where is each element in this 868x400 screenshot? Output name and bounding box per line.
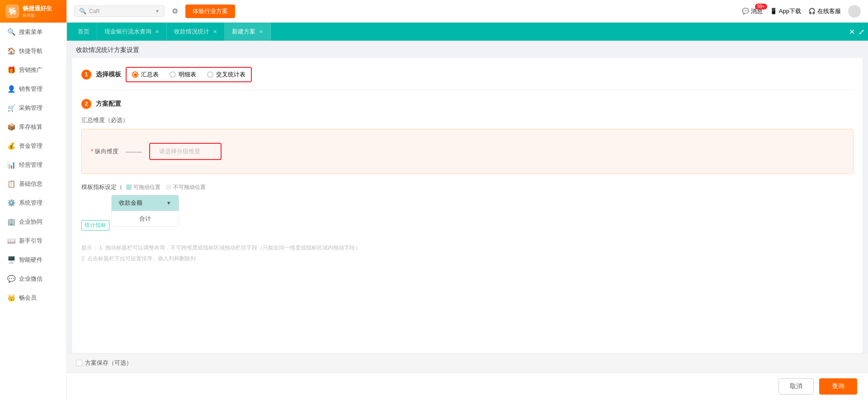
sidebar-item-purchase[interactable]: 🛒 采购管理	[0, 99, 66, 118]
radio-detail[interactable]: 明细表	[170, 71, 196, 79]
step2-header: 2 方案配置	[81, 99, 854, 109]
expand-window-icon[interactable]: ⤢	[859, 28, 864, 36]
sidebar-item-label: 营销推广	[19, 66, 42, 74]
cancel-button[interactable]: 取消	[778, 378, 814, 395]
radio-label-summary: 汇总表	[141, 71, 159, 79]
dimension-area: 纵向维度 —— 请选择分组维度	[81, 129, 854, 174]
sidebar-item-marketing[interactable]: 🎁 营销推广	[0, 61, 66, 80]
tab-bank-flow[interactable]: 现金银行流水查询 ✕	[97, 23, 167, 41]
message-item[interactable]: 💬 消息 99+	[742, 7, 763, 15]
tab-close-icon[interactable]: ✕	[213, 29, 217, 35]
finance-icon: 💰	[7, 142, 15, 150]
basic-info-icon: 📋	[7, 180, 15, 188]
search-menu-icon: 🔍	[7, 28, 15, 36]
metrics-header: 模板指标设定（ 可拖动位置 不可拖动位置	[81, 183, 854, 191]
search-input[interactable]	[89, 8, 152, 14]
sidebar-item-weixin[interactable]: 💬 企业微信	[0, 269, 66, 288]
radio-circle-detail	[170, 71, 176, 78]
save-checkbox[interactable]	[76, 360, 82, 366]
metrics-section: 模板指标设定（ 可拖动位置 不可拖动位置	[81, 183, 854, 233]
stats-indicator-label: 统计指标	[81, 220, 109, 231]
sidebar-item-newbie[interactable]: 📖 新手引导	[0, 231, 66, 250]
tab-close-icon[interactable]: ✕	[259, 29, 263, 35]
download-item[interactable]: 📱 App下载	[770, 7, 801, 15]
save-checkbox-item[interactable]: 方案保存（可选）	[76, 359, 132, 367]
sidebar-item-label: 销售管理	[19, 85, 42, 93]
service-item[interactable]: 🎧 在线客服	[808, 7, 841, 15]
search-icon: 🔍	[79, 8, 86, 14]
user-avatar[interactable]	[848, 5, 861, 18]
gear-icon[interactable]: ⚙	[172, 7, 178, 15]
sidebar-item-finance[interactable]: 💰 资金管理	[0, 136, 66, 155]
metrics-title-text: 模板指标设定（	[81, 184, 123, 190]
sidebar-item-member[interactable]: 👑 畅会员	[0, 288, 66, 307]
radio-summary[interactable]: 汇总表	[132, 71, 159, 79]
system-icon: ⚙️	[7, 199, 15, 207]
total-label: 合计	[139, 215, 151, 222]
tab-home[interactable]: 首页	[71, 23, 97, 41]
page-footer: 方案保存（可选）	[67, 353, 868, 372]
quick-nav-icon: 🏠	[7, 47, 15, 55]
sidebar-item-basic-info[interactable]: 📋 基础信息	[0, 174, 66, 193]
template-radio-group: 汇总表 明细表 交叉统计表	[126, 67, 252, 82]
sidebar-item-label: 企业微信	[19, 275, 42, 283]
sidebar-item-label: 系统管理	[19, 199, 42, 207]
radio-cross[interactable]: 交叉统计表	[207, 71, 245, 79]
logo-text: 畅捷通好生 标准版	[23, 5, 52, 19]
sidebar-item-label: 库存核算	[19, 123, 42, 131]
radio-label-cross: 交叉统计表	[216, 71, 245, 79]
sidebar-item-sales[interactable]: 👤 销售管理	[0, 80, 66, 99]
message-badge: 99+	[755, 4, 767, 9]
legend-fixed: 不可拖动位置	[166, 184, 206, 191]
industry-button[interactable]: 体验行业方案	[185, 5, 235, 18]
search-box[interactable]: 🔍 ▼	[74, 5, 165, 17]
step1-badge: 1	[81, 70, 91, 80]
header-actions: 💬 消息 99+ 📱 App下载 🎧 在线客服	[742, 5, 861, 18]
metrics-table: 收款金额 ▼ 合计	[111, 195, 179, 227]
dimension-arrow: ——	[126, 147, 142, 156]
form-container: 1 选择模板 汇总表 明细表 交叉统计表	[72, 58, 863, 353]
tab-new-plan[interactable]: 新建方案 ✕	[225, 23, 271, 41]
step2-title: 方案配置	[96, 100, 121, 108]
sidebar-item-inventory[interactable]: 📦 库存核算	[0, 118, 66, 136]
weixin-icon: 💬	[7, 275, 15, 283]
tab-receipt-stats[interactable]: 收款情况统计 ✕	[167, 23, 225, 41]
radio-circle-summary	[132, 71, 138, 78]
purchase-icon: 🛒	[7, 104, 15, 112]
main-area: 🔍 ▼ ⚙ 体验行业方案 💬 消息 99+ 📱 App下载 🎧 在线客服	[67, 0, 868, 400]
top-header: 🔍 ▼ ⚙ 体验行业方案 💬 消息 99+ 📱 App下载 🎧 在线客服	[67, 0, 868, 23]
save-checkbox-label: 方案保存（可选）	[85, 359, 132, 367]
step2-section: 2 方案配置 汇总维度（必选） 纵向维度 —— 请选择分组维度	[81, 99, 854, 264]
sidebar-item-label: 畅会员	[19, 294, 37, 302]
service-label: 在线客服	[817, 7, 841, 15]
divider1	[81, 89, 854, 90]
tab-close-icon[interactable]: ✕	[155, 29, 159, 35]
dimension-select[interactable]: 请选择分组维度	[149, 143, 222, 160]
download-label: App下载	[779, 7, 801, 15]
sidebar-item-system[interactable]: ⚙️ 系统管理	[0, 193, 66, 212]
sidebar-item-enterprise[interactable]: 🏢 企业协同	[0, 212, 66, 231]
sidebar-item-search-menu[interactable]: 🔍 搜索菜单	[0, 23, 66, 42]
sidebar-item-operation[interactable]: 📊 经营管理	[0, 155, 66, 174]
logo-icon: 畅	[5, 5, 19, 18]
step1-title: 选择模板	[96, 71, 121, 79]
hardware-icon: 🖥️	[7, 256, 15, 264]
legend-dot-draggable	[126, 184, 132, 190]
sidebar-item-label: 新手引导	[19, 237, 42, 245]
metrics-legend: 可拖动位置 不可拖动位置	[126, 184, 206, 191]
radio-label-detail: 明细表	[179, 71, 196, 79]
legend-dot-fixed	[166, 184, 171, 190]
download-icon: 📱	[770, 8, 777, 14]
hint-line1: 提示： 1. 拖动标题栏可以调整布局，不可跨维度或指标区域拖动栏目字段（只能在同…	[81, 242, 854, 253]
dropdown-icon: ▼	[155, 9, 160, 14]
page-title: 收款情况统计方案设置	[67, 41, 868, 58]
tab-label: 首页	[78, 28, 90, 36]
sidebar-logo: 畅 畅捷通好生 标准版	[0, 0, 66, 23]
query-button[interactable]: 查询	[819, 378, 857, 395]
inventory-icon: 📦	[7, 123, 15, 131]
close-window-icon[interactable]: ✕	[849, 28, 855, 36]
sidebar-item-hardware[interactable]: 🖥️ 智能硬件	[0, 250, 66, 269]
vertical-dimension-label: 纵向维度	[91, 147, 118, 155]
column-header-dropdown-icon[interactable]: ▼	[166, 200, 171, 206]
sidebar-item-quick-nav[interactable]: 🏠 快捷导航	[0, 42, 66, 61]
